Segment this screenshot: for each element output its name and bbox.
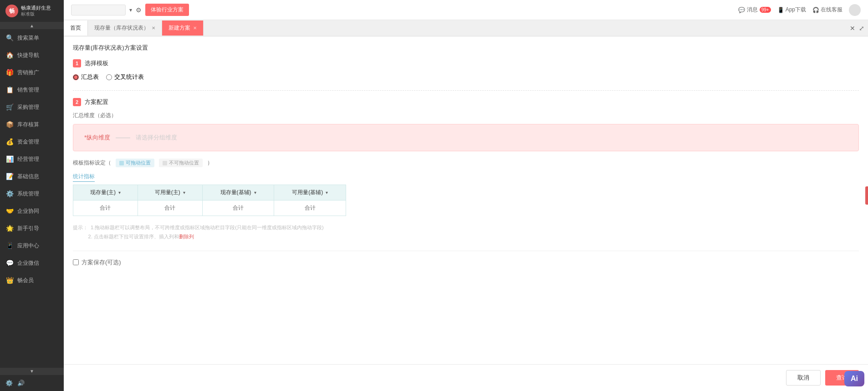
stats-table-row-1: 合计 合计 合计 合计	[73, 201, 346, 216]
sidebar-item-marketing[interactable]: 🎁 营销推广	[0, 64, 64, 81]
stats-section: 统计指标 现存量(主) ▾	[73, 173, 859, 216]
settings-icon[interactable]: ⚙️	[5, 380, 13, 386]
page-title: 现存量(库存状况表)方案设置	[73, 44, 859, 52]
footer-bar: 取消 查询	[64, 364, 868, 391]
dim-placeholder: 请选择分组维度	[136, 134, 177, 142]
trial-button[interactable]: 体验行业方案	[145, 4, 189, 16]
sidebar-scroll-up[interactable]: ▲	[0, 22, 64, 29]
purchase-icon: 🛒	[5, 103, 14, 111]
radio-cross[interactable]: 交叉统计表	[106, 73, 144, 81]
save-option[interactable]: 方案保存(可选)	[73, 251, 859, 267]
app-download-label: App下载	[786, 6, 806, 14]
topbar-right: 💬 消息 99+ 📱 App下载 🎧 在线客服	[738, 4, 861, 16]
message-button[interactable]: 💬 消息 99+	[738, 6, 771, 14]
tab-home-label: 首页	[70, 24, 81, 32]
radio-cross-input[interactable]	[106, 74, 112, 80]
ai-button[interactable]: Ai	[844, 371, 864, 386]
sidebar-item-label: 销售管理	[17, 86, 39, 94]
main-area: ▾ ⚙ 体验行业方案 💬 消息 99+ 📱 App下载 🎧 在线客服 首页	[64, 0, 868, 391]
sidebar-item-purchase[interactable]: 🛒 采购管理	[0, 98, 64, 116]
ops-icon: 📊	[5, 155, 14, 163]
col-2-chevron: ▾	[183, 190, 185, 195]
content-area: 现存量(库存状况表)方案设置 1 选择模板 汇总表 交叉统计表	[64, 36, 868, 364]
service-label: 在线客服	[821, 6, 842, 14]
message-badge: 99+	[760, 7, 771, 13]
inventory-icon: 📦	[5, 120, 14, 129]
step2-header: 2 方案配置	[73, 98, 859, 106]
sidebar-item-finance[interactable]: 💰 资金管理	[0, 133, 64, 150]
tab-close-window-button[interactable]: ✕	[850, 25, 855, 32]
step1-num: 1	[73, 59, 81, 67]
sidebar-item-system[interactable]: ⚙️ 系统管理	[0, 185, 64, 202]
finance-icon: 💰	[5, 138, 14, 146]
col-header-1[interactable]: 现存量(主) ▾	[73, 185, 138, 201]
headset-icon: 🎧	[812, 7, 819, 13]
user-avatar[interactable]	[849, 4, 861, 16]
col-2-label: 可用量(主)	[155, 189, 180, 196]
tabs-bar: 首页 现存量（库存状况表） ✕ 新建方案 ✕ ✕ ⤢	[64, 20, 868, 36]
topbar-search-input[interactable]	[71, 5, 126, 15]
col-4-label: 可用量(基辅)	[292, 189, 323, 196]
step2-section: 2 方案配置 汇总维度（必选） *纵向维度 —— 请选择分组维度 模板指标设定（	[73, 98, 859, 242]
topbar-dropdown[interactable]: ▾	[129, 7, 132, 13]
sales-icon: 📋	[5, 86, 14, 94]
sidebar-item-label: 资金管理	[17, 138, 39, 146]
sidebar-item-label: 系统管理	[17, 190, 39, 198]
sidebar-item-label: 应用中心	[17, 242, 39, 250]
cancel-button[interactable]: 取消	[786, 370, 821, 386]
speaker-icon[interactable]: 🔊	[17, 380, 25, 386]
guide-icon: 🌟	[5, 224, 14, 232]
sidebar-item-appstore[interactable]: 📱 应用中心	[0, 237, 64, 254]
sidebar-item-weixin[interactable]: 💬 企业微信	[0, 254, 64, 272]
save-checkbox[interactable]	[73, 259, 79, 265]
sidebar-item-inventory[interactable]: 📦 库存核算	[0, 116, 64, 133]
sidebar-item-operations[interactable]: 📊 经营管理	[0, 150, 64, 168]
draggable-tag-label: 可拖动位置	[126, 159, 151, 166]
tab-new-scheme[interactable]: 新建方案 ✕	[162, 21, 204, 36]
tab-new-scheme-label: 新建方案	[168, 24, 190, 32]
tab-expand-button[interactable]: ⤢	[859, 25, 864, 32]
summary-dim-label: 汇总维度（必选）	[73, 112, 859, 119]
gift-icon: 🎁	[5, 68, 14, 77]
sidebar-scroll-down[interactable]: ▼	[0, 368, 64, 375]
stats-table-header-row: 现存量(主) ▾ 可用量(主) ▾	[73, 185, 346, 201]
sidebar: 畅 畅康通好生意 标准版 ▲ 🔍 搜索菜单 🏠 快捷导航 🎁 营销推广 📋 销售…	[0, 0, 64, 391]
sidebar-item-base[interactable]: 📝 基础信息	[0, 168, 64, 185]
col-header-2[interactable]: 可用量(主) ▾	[138, 185, 202, 201]
sidebar-item-shortcut[interactable]: 🏠 快捷导航	[0, 46, 64, 64]
tab-home[interactable]: 首页	[64, 21, 88, 36]
col-header-3[interactable]: 现存量(基辅) ▾	[202, 185, 274, 201]
tab-new-scheme-close-icon[interactable]: ✕	[193, 26, 197, 31]
radio-summary[interactable]: 汇总表	[73, 73, 99, 81]
radio-summary-input[interactable]	[73, 74, 79, 80]
sidebar-item-sales[interactable]: 📋 销售管理	[0, 81, 64, 98]
sidebar-item-label: 营销推广	[17, 69, 39, 77]
step2-num: 2	[73, 98, 81, 106]
topbar-left: ▾ ⚙ 体验行业方案	[71, 4, 734, 16]
indicator-label-close: ）	[207, 159, 213, 167]
col-1-label: 现存量(主)	[90, 189, 116, 196]
weixin-icon: 💬	[5, 259, 14, 267]
app-download-button[interactable]: 📱 App下载	[777, 6, 806, 14]
sidebar-item-search[interactable]: 🔍 搜索菜单	[0, 29, 64, 46]
not-draggable-tag: 不可拖动位置	[159, 159, 203, 167]
sidebar-item-contract[interactable]: 🤝 企业协同	[0, 202, 64, 220]
sidebar-item-member[interactable]: 👑 畅会员	[0, 272, 64, 289]
message-icon: 💬	[738, 7, 745, 13]
draggable-color-box	[119, 161, 124, 165]
template-radio-group: 汇总表 交叉统计表	[73, 73, 859, 81]
sidebar-logo: 畅 畅康通好生意 标准版	[0, 0, 64, 22]
topbar-gear-icon[interactable]: ⚙	[136, 6, 142, 14]
stats-title: 统计指标	[73, 173, 95, 182]
sidebar-item-label: 经营管理	[17, 155, 39, 163]
service-button[interactable]: 🎧 在线客服	[812, 6, 842, 14]
sidebar-item-label: 快捷导航	[17, 51, 39, 59]
contract-icon: 🤝	[5, 207, 14, 215]
sidebar-item-newguide[interactable]: 🌟 新手引导	[0, 220, 64, 237]
tab-inventory-close-icon[interactable]: ✕	[152, 26, 155, 31]
col-header-4[interactable]: 可用量(基辅) ▾	[274, 185, 346, 201]
cell-1-1: 合计	[73, 201, 138, 216]
content-inner: 现存量(库存状况表)方案设置 1 选择模板 汇总表 交叉统计表	[64, 36, 868, 364]
tab-inventory[interactable]: 现存量（库存状况表） ✕	[88, 21, 162, 36]
dimension-area[interactable]: *纵向维度 —— 请选择分组维度	[73, 124, 859, 151]
